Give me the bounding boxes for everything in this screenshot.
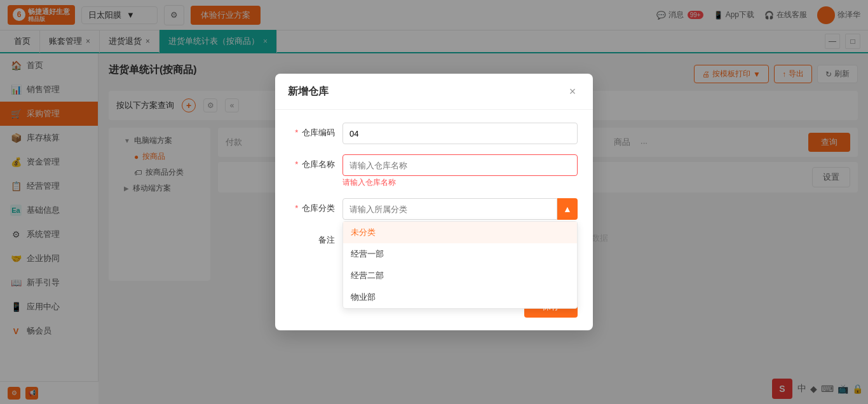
category-input[interactable] <box>342 198 557 220</box>
dropdown-item-property[interactable]: 物业部 <box>343 286 577 308</box>
chevron-up-icon: ▲ <box>563 204 572 214</box>
close-icon: × <box>569 85 576 98</box>
category-label: * 仓库分类 <box>290 198 335 214</box>
name-input[interactable] <box>342 154 578 176</box>
modal-body: * 仓库编码 * 仓库名称 请输入仓库名称 * <box>275 110 593 291</box>
name-error-msg: 请输入仓库名称 <box>342 177 578 188</box>
dropdown-item-ops2[interactable]: 经营二部 <box>343 265 577 286</box>
code-label: * 仓库编码 <box>290 123 335 138</box>
modal-title: 新增仓库 <box>288 85 329 98</box>
code-input[interactable] <box>342 123 578 144</box>
modal-close-button[interactable]: × <box>565 84 580 99</box>
form-row-code: * 仓库编码 <box>290 123 578 144</box>
name-label: * 仓库名称 <box>290 154 335 170</box>
category-dropdown-toggle[interactable]: ▲ <box>557 198 578 220</box>
dropdown-item-ops1[interactable]: 经营一部 <box>343 243 577 265</box>
name-field-wrapper: 请输入仓库名称 <box>342 154 578 188</box>
modal-header: 新增仓库 × <box>275 74 593 110</box>
form-row-name: * 仓库名称 请输入仓库名称 <box>290 154 578 188</box>
category-dropdown-list: 未分类 经营一部 经营二部 物业部 <box>342 221 578 309</box>
form-row-category: * 仓库分类 ▲ 未分类 经营一部 <box>290 198 578 220</box>
dropdown-item-none[interactable]: 未分类 <box>343 222 577 243</box>
modal-new-warehouse: 新增仓库 × * 仓库编码 * 仓库名称 <box>275 74 593 330</box>
note-label: 备注 <box>290 230 335 246</box>
modal-overlay[interactable]: 新增仓库 × * 仓库编码 * 仓库名称 <box>0 0 868 404</box>
category-dropdown-wrapper: ▲ 未分类 经营一部 经营二部 物业部 <box>342 198 578 220</box>
